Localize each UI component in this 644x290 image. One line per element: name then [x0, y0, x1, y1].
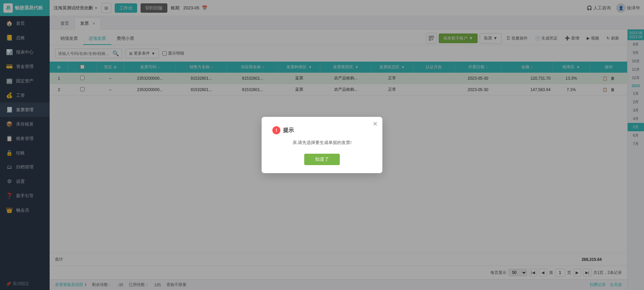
dialog-overlay[interactable]: ✕ ! 提示 亲,请先选择要生成单据的发票! 知道了 [0, 0, 644, 290]
dialog: ✕ ! 提示 亲,请先选择要生成单据的发票! 知道了 [262, 117, 382, 173]
warning-icon: ! [272, 126, 280, 134]
dialog-close-button[interactable]: ✕ [373, 120, 378, 128]
dialog-message: 亲,请先选择要生成单据的发票! [272, 140, 372, 146]
dialog-title: 提示 [283, 127, 294, 134]
dialog-confirm-button[interactable]: 知道了 [304, 154, 340, 165]
dialog-title-row: ! 提示 [272, 126, 372, 134]
